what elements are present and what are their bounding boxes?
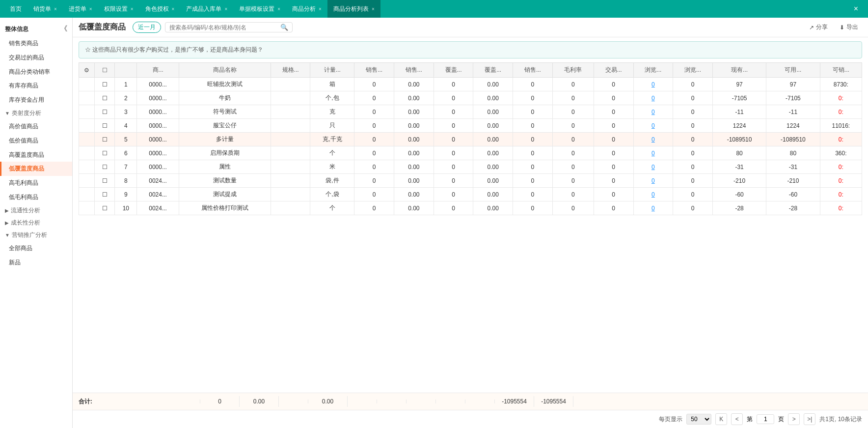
cell-name: 测试数量 bbox=[179, 174, 271, 188]
cell-code: 0000... bbox=[137, 133, 179, 146]
table-row: ☐60000...启用保质期个00.0000.00000008080360: bbox=[79, 146, 862, 160]
th-view2[interactable]: 浏览... bbox=[673, 63, 713, 78]
sidebar-item-sales-goods[interactable]: 销售类商品 bbox=[0, 36, 72, 51]
sidebar-item-high-margin[interactable]: 高毛利商品 bbox=[0, 176, 72, 190]
th-trade[interactable]: 交易... bbox=[594, 63, 633, 78]
cell-cover1: 0 bbox=[434, 146, 473, 160]
sidebar-item-category-turnover[interactable]: 商品分类动销率 bbox=[0, 65, 72, 79]
sidebar-item-capital[interactable]: 库存资金占用 bbox=[0, 93, 72, 107]
cell-checkbox[interactable]: ☐ bbox=[95, 78, 115, 91]
th-unit[interactable]: 计量... bbox=[310, 63, 354, 78]
nav-purchase[interactable]: 进货单 × bbox=[63, 0, 98, 18]
cell-view1: 0 bbox=[633, 119, 673, 133]
prev-page-button[interactable]: < bbox=[731, 413, 743, 425]
sidebar-item-low-coverage[interactable]: 低覆盖度商品 bbox=[0, 162, 72, 176]
sidebar-item-in-stock[interactable]: 有库存商品 bbox=[0, 79, 72, 93]
th-name[interactable]: 商品名称 bbox=[179, 63, 271, 78]
cell-settings bbox=[79, 133, 95, 146]
info-text: ☆ 这些商品只有很少客户购买过，是推广不够，还是商品本身问题？ bbox=[85, 46, 263, 54]
cell-saleable: 0: bbox=[820, 201, 862, 215]
nav-home[interactable]: 首页 bbox=[4, 0, 27, 18]
th-settings[interactable]: ⚙ bbox=[79, 63, 95, 78]
cell-checkbox[interactable]: ☐ bbox=[95, 160, 115, 174]
cell-code: 0000... bbox=[137, 119, 179, 133]
last-page-button[interactable]: >| bbox=[804, 413, 815, 425]
page-number-input[interactable] bbox=[757, 414, 774, 424]
cell-checkbox[interactable]: ☐ bbox=[95, 105, 115, 119]
nav-purchase-close[interactable]: × bbox=[89, 6, 92, 12]
cell-code: 0000... bbox=[137, 78, 179, 91]
sidebar-group-value-analysis[interactable]: ▼ 类射度分析 bbox=[0, 107, 72, 119]
cell-trade: 0 bbox=[594, 201, 633, 215]
th-current[interactable]: 现有... bbox=[712, 63, 766, 78]
nav-goods-analysis-list[interactable]: 商品分析列表 × bbox=[327, 0, 380, 18]
cell-usable: -210 bbox=[766, 174, 820, 188]
cell-checkbox[interactable]: ☐ bbox=[95, 188, 115, 201]
cell-gross: 0 bbox=[552, 174, 594, 188]
cell-cover2: 0.00 bbox=[473, 105, 513, 119]
nav-goods-analysis-close[interactable]: × bbox=[319, 6, 322, 12]
nav-sales-close[interactable]: × bbox=[54, 6, 57, 12]
sidebar-collapse-button[interactable]: 《 bbox=[60, 25, 67, 33]
nav-sales[interactable]: 销货单 × bbox=[27, 0, 63, 18]
search-input[interactable] bbox=[169, 24, 280, 31]
cell-code: 0024... bbox=[137, 188, 179, 201]
th-view1[interactable]: 浏览... bbox=[633, 63, 673, 78]
th-spec[interactable]: 规格... bbox=[271, 63, 310, 78]
nav-product-warehouse[interactable]: 产成品入库单 × bbox=[180, 0, 233, 18]
share-button[interactable]: ↗ 分享 bbox=[805, 22, 832, 33]
th-sales3[interactable]: 销售... bbox=[513, 63, 553, 78]
cell-usable: 80 bbox=[766, 146, 820, 160]
nav-role[interactable]: 角色授权 × bbox=[139, 0, 181, 18]
export-button[interactable]: ⬇ 导出 bbox=[836, 22, 862, 33]
th-cover2[interactable]: 覆盖... bbox=[473, 63, 513, 78]
cell-checkbox[interactable]: ☐ bbox=[95, 174, 115, 188]
nav-template[interactable]: 单据模板设置 × bbox=[233, 0, 286, 18]
cell-view2: 0 bbox=[673, 146, 713, 160]
cell-saleable: 0: bbox=[820, 174, 862, 188]
page-size-select[interactable]: 50 10 20 100 bbox=[686, 414, 711, 425]
th-cover1[interactable]: 覆盖... bbox=[434, 63, 473, 78]
th-gross[interactable]: 毛利率 bbox=[552, 63, 594, 78]
cell-settings bbox=[79, 119, 95, 133]
th-code[interactable]: 商... bbox=[137, 63, 179, 78]
window-close-button[interactable]: × bbox=[848, 0, 864, 18]
nav-template-close[interactable]: × bbox=[277, 6, 280, 12]
cell-code: 0024... bbox=[137, 201, 179, 215]
sidebar-item-low-margin[interactable]: 低毛利商品 bbox=[0, 190, 72, 204]
nav-product-warehouse-close[interactable]: × bbox=[224, 6, 227, 12]
cell-checkbox[interactable]: ☐ bbox=[95, 91, 115, 105]
chevron-right-icon-2: ▶ bbox=[5, 220, 9, 226]
next-page-button[interactable]: > bbox=[788, 413, 800, 425]
cell-sales1: 0 bbox=[354, 188, 394, 201]
sidebar-item-low-value[interactable]: 低价值商品 bbox=[0, 134, 72, 148]
first-page-button[interactable]: K bbox=[715, 413, 727, 425]
sidebar-item-traded-goods[interactable]: 交易过的商品 bbox=[0, 51, 72, 65]
th-usable[interactable]: 可用... bbox=[766, 63, 820, 78]
cell-checkbox[interactable]: ☐ bbox=[95, 133, 115, 146]
th-sales1[interactable]: 销售... bbox=[354, 63, 394, 78]
sidebar-group-marketing[interactable]: ▼ 营销推广分析 bbox=[0, 229, 72, 241]
nav-role-close[interactable]: × bbox=[172, 6, 175, 12]
cell-cover1: 0 bbox=[434, 160, 473, 174]
nav-permission[interactable]: 权限设置 × bbox=[98, 0, 139, 18]
cell-checkbox[interactable]: ☐ bbox=[95, 201, 115, 215]
cell-view2: 0 bbox=[673, 119, 713, 133]
sidebar-item-all-goods[interactable]: 全部商品 bbox=[0, 241, 72, 256]
th-sales2[interactable]: 销售... bbox=[394, 63, 434, 78]
cell-checkbox[interactable]: ☐ bbox=[95, 119, 115, 133]
sidebar-item-high-coverage[interactable]: 高覆盖度商品 bbox=[0, 148, 72, 162]
sidebar-group-growth[interactable]: ▶ 成长性分析 bbox=[0, 217, 72, 229]
sidebar-group-liquidity[interactable]: ▶ 流通性分析 bbox=[0, 204, 72, 217]
cell-checkbox[interactable]: ☐ bbox=[95, 146, 115, 160]
search-icon[interactable]: 🔍 bbox=[280, 24, 288, 31]
sidebar-item-new-goods[interactable]: 新品 bbox=[0, 256, 72, 270]
time-filter-button[interactable]: 近一月 bbox=[133, 22, 161, 33]
nav-goods-analysis-list-close[interactable]: × bbox=[372, 6, 375, 12]
th-checkbox[interactable]: ☐ bbox=[95, 63, 115, 78]
sidebar-item-high-value[interactable]: 高价值商品 bbox=[0, 119, 72, 134]
cell-cover1: 0 bbox=[434, 174, 473, 188]
th-saleable[interactable]: 可销... bbox=[820, 63, 862, 78]
nav-permission-close[interactable]: × bbox=[131, 6, 134, 12]
nav-goods-analysis[interactable]: 商品分析 × bbox=[286, 0, 327, 18]
